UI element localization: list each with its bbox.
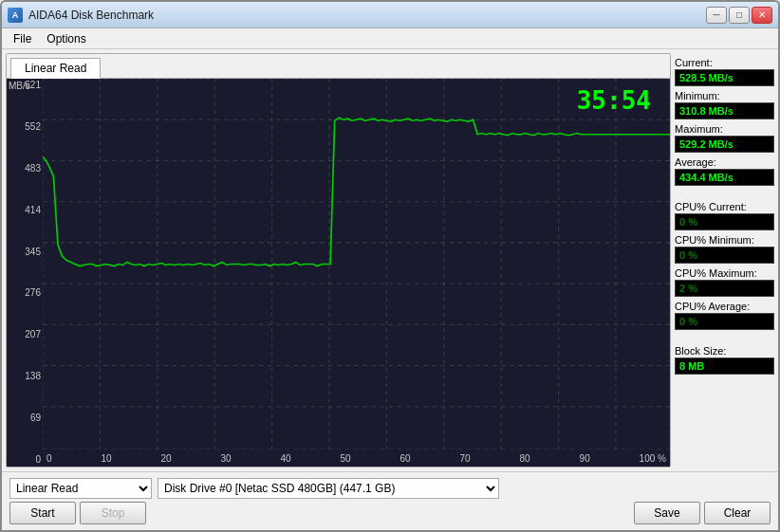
bottom-buttons-right: Save Clear <box>634 502 771 524</box>
tab-linear-read[interactable]: Linear Read <box>10 58 101 79</box>
right-panel: Current: 528.5 MB/s Minimum: 310.8 MB/s … <box>675 53 774 468</box>
main-window: A AIDA64 Disk Benchmark ─ □ ✕ File Optio… <box>0 0 780 532</box>
x-label-8: 80 <box>520 453 530 464</box>
block-size-value: 8 MB <box>675 358 774 375</box>
current-value: 528.5 MB/s <box>675 69 774 86</box>
block-size-label: Block Size: <box>675 345 774 357</box>
test-type-select[interactable]: Linear Read Random Read Linear Write Ran… <box>9 478 152 499</box>
app-icon: A <box>8 8 23 23</box>
current-stat: Current: 528.5 MB/s <box>675 57 774 86</box>
cpu-average-stat: CPU% Average: 0 % <box>675 301 774 330</box>
maximum-stat: Maximum: 529.2 MB/s <box>675 123 774 153</box>
close-button[interactable]: ✕ <box>752 7 772 24</box>
bottom-bar: Linear Read Random Read Linear Write Ran… <box>2 471 778 530</box>
minimum-stat: Minimum: 310.8 MB/s <box>675 90 774 119</box>
x-label-3: 30 <box>220 453 231 464</box>
start-button[interactable]: Start <box>9 502 76 524</box>
title-bar-controls: ─ □ ✕ <box>706 7 772 24</box>
x-label-9: 90 <box>580 453 590 464</box>
x-label-2: 20 <box>160 453 171 464</box>
x-label-0: 0 <box>46 453 52 464</box>
cpu-average-value: 0 % <box>675 313 774 330</box>
chart-svg <box>43 79 670 449</box>
x-label-7: 70 <box>460 453 471 464</box>
average-stat: Average: 434.4 MB/s <box>675 156 774 186</box>
y-label-9: 0 <box>9 455 41 465</box>
cpu-current-label: CPU% Current: <box>675 201 774 212</box>
x-label-5: 50 <box>341 453 351 464</box>
y-label-6: 207 <box>9 330 41 339</box>
x-label-4: 40 <box>281 453 291 464</box>
menu-bar: File Options <box>2 28 778 49</box>
y-label-2: 483 <box>9 164 41 174</box>
cpu-current-stat: CPU% Current: 0 % <box>675 201 774 230</box>
minimize-button[interactable]: ─ <box>706 7 727 24</box>
bottom-buttons-left: Start Stop <box>9 502 146 524</box>
y-label-0: 621 <box>9 81 41 90</box>
minimum-label: Minimum: <box>675 90 774 101</box>
maximum-label: Maximum: <box>675 123 774 135</box>
y-label-5: 276 <box>9 288 41 298</box>
menu-options[interactable]: Options <box>39 30 93 47</box>
block-size-stat: Block Size: 8 MB <box>675 345 774 375</box>
clear-button[interactable]: Clear <box>704 502 771 524</box>
x-label-6: 60 <box>400 453 411 464</box>
bottom-row-2: Start Stop Save Clear <box>9 502 771 524</box>
cpu-maximum-value: 2 % <box>675 280 774 297</box>
y-label-3: 414 <box>9 206 41 215</box>
cpu-maximum-stat: CPU% Maximum: 2 % <box>675 267 774 297</box>
cpu-average-label: CPU% Average: <box>675 301 774 312</box>
current-label: Current: <box>675 57 774 68</box>
cpu-maximum-label: CPU% Maximum: <box>675 267 774 279</box>
y-label-1: 552 <box>9 122 41 132</box>
drive-select[interactable]: Disk Drive #0 [Netac SSD 480GB] (447.1 G… <box>158 478 499 499</box>
y-label-4: 345 <box>9 248 41 257</box>
title-bar: A AIDA64 Disk Benchmark ─ □ ✕ <box>2 2 778 28</box>
cpu-minimum-value: 0 % <box>675 247 774 264</box>
title-bar-left: A AIDA64 Disk Benchmark <box>8 8 154 23</box>
x-axis: 0 10 20 30 40 50 60 70 80 90 100 % <box>43 449 670 467</box>
cpu-minimum-stat: CPU% Minimum: 0 % <box>675 234 774 264</box>
save-button[interactable]: Save <box>634 502 700 524</box>
y-label-8: 69 <box>9 413 41 423</box>
tab-bar: Linear Read <box>7 54 670 79</box>
average-value: 434.4 MB/s <box>675 169 774 186</box>
menu-file[interactable]: File <box>6 30 39 47</box>
timer-display: 35:54 <box>577 86 651 115</box>
maximum-value: 529.2 MB/s <box>675 136 774 153</box>
y-label-7: 138 <box>9 372 41 381</box>
minimum-value: 310.8 MB/s <box>675 102 774 119</box>
bottom-row-1: Linear Read Random Read Linear Write Ran… <box>9 478 771 499</box>
cpu-current-value: 0 % <box>675 213 774 230</box>
graph-wrapper: MB/s 35:54 621 552 483 414 345 276 207 1… <box>7 79 670 467</box>
stop-button[interactable]: Stop <box>80 502 146 524</box>
cpu-minimum-label: CPU% Minimum: <box>675 234 774 246</box>
main-content: Linear Read MB/s 35:54 621 552 483 414 3… <box>2 49 778 471</box>
x-label-10: 100 % <box>640 453 666 464</box>
restore-button[interactable]: □ <box>729 7 750 24</box>
x-label-1: 10 <box>101 453 111 464</box>
window-title: AIDA64 Disk Benchmark <box>28 9 154 22</box>
average-label: Average: <box>675 156 774 168</box>
chart-area: Linear Read MB/s 35:54 621 552 483 414 3… <box>6 53 671 468</box>
y-axis: 621 552 483 414 345 276 207 138 69 0 <box>7 79 43 467</box>
